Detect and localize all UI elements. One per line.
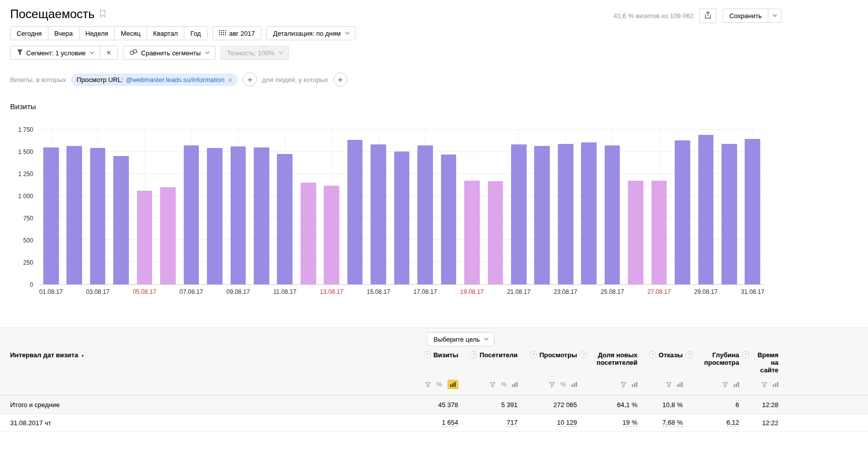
bookmark-icon[interactable] [100, 10, 106, 19]
chart-bar-29.08.17[interactable] [698, 135, 714, 284]
detail-label: Детализация: по дням [273, 30, 340, 37]
period-button-0[interactable]: Сегодня [10, 26, 48, 40]
chart-bar-23.08.17[interactable] [558, 144, 573, 284]
chart-bar-30.08.17[interactable] [721, 144, 737, 284]
chart-bar-28.08.17[interactable] [675, 140, 690, 284]
help-icon[interactable]: ? [530, 351, 537, 358]
filter-icon[interactable] [722, 382, 728, 387]
chip-close-icon[interactable]: × [228, 76, 233, 84]
url-filter-chip[interactable]: Просмотр URL: @webmaster.leads.su/inform… [71, 73, 238, 86]
column-header-1[interactable]: ?Посетители [458, 351, 518, 374]
column-header-2[interactable]: ?Просмотры [518, 351, 577, 374]
chart-bar-01.08.17[interactable] [43, 147, 59, 284]
help-icon[interactable]: ? [424, 351, 431, 358]
y-axis-tick: 1 000 [18, 193, 33, 200]
chart-bar-16.08.17[interactable] [394, 151, 410, 284]
chart-icon[interactable] [512, 382, 518, 387]
help-icon[interactable]: ? [742, 351, 749, 358]
segment-button[interactable]: Сегмент: 1 условие [10, 46, 100, 60]
cell-value[interactable]: 10 129 [557, 419, 577, 427]
chart-bar-21.08.17[interactable] [511, 144, 527, 284]
add-visit-condition-button[interactable]: + [243, 72, 257, 87]
help-icon[interactable]: ? [580, 351, 587, 358]
date-interval-header[interactable]: Интервал дат визита ▾ [0, 351, 399, 359]
cell-value[interactable]: 6,12 [727, 419, 739, 427]
chart-bar-26.08.17[interactable] [628, 181, 643, 284]
column-header-4[interactable]: ?Отказы [637, 351, 683, 374]
column-header-6[interactable]: ?Время на сайте [739, 351, 778, 374]
percent-icon[interactable]: % [560, 381, 566, 387]
chart-bar-25.08.17[interactable] [605, 145, 620, 284]
chart-icon[interactable] [448, 380, 458, 389]
save-dropdown-button[interactable] [768, 9, 781, 23]
column-header-3[interactable]: ?Доля новых посетителей [577, 351, 637, 374]
accuracy-button[interactable]: Точность: 100% [221, 46, 290, 60]
percent-icon[interactable]: % [501, 381, 507, 387]
chart-bar-20.08.17[interactable] [488, 181, 503, 284]
chart-bar-18.08.17[interactable] [441, 154, 457, 284]
segment-clear-button[interactable]: ✕ [100, 46, 118, 60]
chart-bar-11.08.17[interactable] [277, 154, 293, 284]
chart-icon[interactable] [632, 382, 637, 387]
help-icon[interactable]: ? [649, 351, 656, 358]
chart-bar-03.08.17[interactable] [90, 148, 106, 284]
segment-toolbar: Сегмент: 1 условие ✕ Сравнить сегменты Т… [0, 46, 868, 60]
filter-icon[interactable] [621, 382, 626, 387]
chevron-down-icon [205, 50, 209, 54]
filter-icon[interactable] [490, 382, 495, 387]
chart-bar-02.08.17[interactable] [66, 146, 82, 284]
chart-icon[interactable] [734, 382, 739, 387]
filter-icon[interactable] [549, 382, 555, 387]
chart-bar-22.08.17[interactable] [534, 146, 550, 284]
chart-bar-27.08.17[interactable] [652, 181, 667, 284]
filter-icon[interactable] [666, 382, 672, 387]
chart-bar-04.08.17[interactable] [113, 156, 129, 284]
chart-icon[interactable] [571, 382, 577, 387]
period-button-2[interactable]: Неделя [79, 26, 115, 40]
chart-bar-12.08.17[interactable] [301, 183, 316, 284]
chart-bar-14.08.17[interactable] [347, 140, 363, 284]
column-header-label: Просмотры [539, 351, 577, 359]
chip-url-value[interactable]: @webmaster.leads.su/information [126, 76, 225, 84]
chart-icon[interactable] [773, 382, 778, 387]
chart-bar-13.08.17[interactable] [324, 186, 339, 284]
cell-value[interactable]: 7,68 % [663, 419, 683, 427]
column-header-5[interactable]: ?Глубина просмотра [683, 351, 739, 374]
filter-icon[interactable] [425, 382, 431, 387]
table-row[interactable]: Итого и средние45 3785 391272 06564,1 %1… [0, 396, 868, 414]
chart-bar-17.08.17[interactable] [417, 145, 433, 284]
help-icon[interactable]: ? [470, 351, 477, 358]
cell-value[interactable]: 1 654 [442, 419, 458, 427]
chart-bar-10.08.17[interactable] [254, 147, 269, 284]
column-header-0[interactable]: ?Визиты [399, 351, 458, 374]
cell-value[interactable]: 19 % [622, 419, 637, 427]
cell-value[interactable]: 717 [507, 419, 518, 427]
percent-icon[interactable]: % [437, 381, 442, 387]
chart-bar-15.08.17[interactable] [371, 144, 386, 284]
chart-bar-09.08.17[interactable] [231, 146, 246, 284]
compare-segments-button[interactable]: Сравнить сегменты [123, 46, 215, 60]
chart-bar-05.08.17[interactable] [137, 191, 153, 284]
save-button[interactable]: Сохранить [722, 9, 768, 23]
period-button-4[interactable]: Квартал [147, 26, 184, 40]
choose-goal-button[interactable]: Выберите цель [427, 332, 494, 346]
date-picker-button[interactable]: авг 2017 [212, 26, 261, 40]
chart-bar-06.08.17[interactable] [160, 187, 176, 284]
table-row[interactable]: 31.08.2017 чт1 65471710 12919 %7,68 %6,1… [0, 414, 868, 432]
chart-bar-24.08.17[interactable] [581, 142, 597, 284]
export-button[interactable] [699, 8, 716, 23]
period-button-3[interactable]: Месяц [114, 26, 147, 40]
funnel-icon [17, 49, 23, 57]
add-people-condition-button[interactable]: + [333, 72, 347, 87]
filter-icon[interactable] [762, 382, 767, 387]
chart-bar-31.08.17[interactable] [745, 139, 760, 284]
period-button-1[interactable]: Вчера [48, 26, 80, 40]
chart-bar-08.08.17[interactable] [207, 148, 223, 284]
chart-icon[interactable] [677, 382, 683, 387]
chart-bar-19.08.17[interactable] [464, 181, 480, 284]
period-toolbar: СегодняВчераНеделяМесяцКварталГод авг 20… [0, 26, 868, 40]
chart-bar-07.08.17[interactable] [184, 145, 199, 284]
help-icon[interactable]: ? [686, 351, 693, 358]
period-button-5[interactable]: Год [184, 26, 207, 40]
detail-button[interactable]: Детализация: по дням [266, 26, 355, 40]
